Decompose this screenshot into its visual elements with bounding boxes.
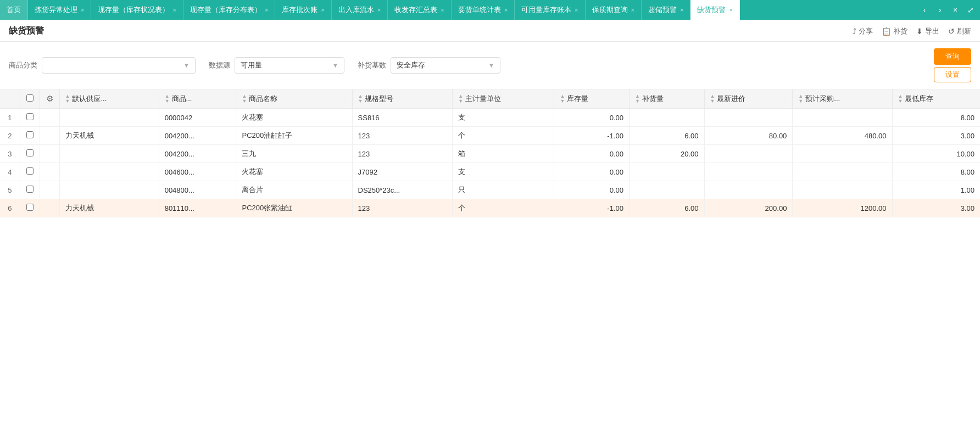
th-name-sort-icon[interactable]: ▲▼ — [242, 94, 247, 104]
datasource-select-arrow: ▼ — [332, 62, 338, 69]
nav-tab-home[interactable]: 首页 — [0, 0, 28, 20]
cell-name: 三九 — [236, 145, 352, 163]
table-row: 3 004200... 三九 123 箱 0.00 20.00 10.00 — [0, 145, 980, 163]
nav-tab-5-label: 出入库流水 — [338, 5, 374, 15]
cell-checkbox[interactable] — [20, 127, 40, 145]
cell-estimate — [793, 109, 892, 127]
cell-spec: SS816 — [352, 109, 453, 127]
nav-tab-2-close[interactable]: × — [172, 7, 176, 13]
select-all-checkbox[interactable] — [26, 94, 34, 102]
cell-checkbox[interactable] — [20, 109, 40, 127]
cell-price — [704, 163, 793, 181]
nav-tab-3-close[interactable]: × — [265, 7, 268, 13]
nav-tab-1-close[interactable]: × — [81, 7, 84, 13]
row-checkbox-4[interactable] — [26, 186, 34, 193]
cell-checkbox[interactable] — [20, 163, 40, 181]
search-button[interactable]: 查询 — [934, 48, 971, 65]
cell-price: 200.00 — [704, 199, 793, 217]
th-spec: ▲▼ 规格型号 — [352, 89, 453, 109]
cell-restock — [629, 109, 704, 127]
th-minstock-sort-icon[interactable]: ▲▼ — [898, 94, 903, 104]
th-unit: ▲▼ 主计量单位 — [453, 89, 554, 109]
cell-stock: 0.00 — [554, 181, 630, 199]
th-supplier-sort-icon[interactable]: ▲▼ — [65, 94, 70, 104]
th-name: ▲▼ 商品名称 — [236, 89, 352, 109]
category-select[interactable]: ▼ — [42, 57, 196, 74]
nav-tab-7-close[interactable]: × — [504, 7, 508, 13]
cell-stock: -1.00 — [554, 199, 630, 217]
nav-tab-6-label: 收发存汇总表 — [394, 5, 437, 15]
nav-tab-9[interactable]: 保质期查询 × — [586, 0, 642, 20]
nav-tab-10[interactable]: 超储预警 × — [642, 0, 691, 20]
nav-tab-3[interactable]: 现存量（库存分布表） × — [183, 0, 275, 20]
cell-unit: 个 — [453, 199, 554, 217]
cell-stock: 0.00 — [554, 109, 630, 127]
nav-tab-8[interactable]: 可用量库存账本 × — [515, 0, 585, 20]
cell-checkbox[interactable] — [20, 199, 40, 217]
refresh-icon: ↺ — [948, 27, 955, 36]
nav-tab-10-close[interactable]: × — [680, 7, 683, 13]
nav-tab-11[interactable]: 缺货预警 × — [691, 0, 739, 20]
th-estimate-sort-icon[interactable]: ▲▼ — [798, 94, 803, 104]
cell-estimate — [793, 181, 892, 199]
datasource-filter-group: 数据源 可用量 ▼ — [209, 57, 344, 74]
nav-tab-9-close[interactable]: × — [631, 7, 634, 13]
nav-tab-6-close[interactable]: × — [441, 7, 444, 13]
basis-select-value: 安全库存 — [397, 60, 486, 70]
th-price-sort-icon[interactable]: ▲▼ — [710, 94, 715, 104]
nav-next-button[interactable]: › — [933, 3, 947, 17]
cell-name: 火花塞 — [236, 109, 352, 127]
nav-tab-7[interactable]: 要货单统计表 × — [452, 0, 515, 20]
refresh-button[interactable]: ↺ 刷新 — [948, 26, 971, 36]
nav-tab-4[interactable]: 库存批次账 × — [275, 0, 331, 20]
restock-button[interactable]: 📋 补货 — [882, 26, 907, 36]
datasource-select[interactable]: 可用量 ▼ — [235, 57, 344, 74]
cell-checkbox[interactable] — [20, 145, 40, 163]
cell-estimate — [793, 145, 892, 163]
share-button[interactable]: ⤴ 分享 — [853, 26, 873, 36]
nav-tab-8-close[interactable]: × — [575, 7, 578, 13]
header-actions: ⤴ 分享 📋 补货 ⬇ 导出 ↺ 刷新 — [853, 26, 971, 36]
row-checkbox-2[interactable] — [26, 149, 34, 156]
cell-settings — [40, 181, 59, 199]
th-spec-sort-icon[interactable]: ▲▼ — [358, 94, 363, 104]
th-restock-sort-icon[interactable]: ▲▼ — [635, 94, 640, 104]
nav-tab-10-label: 超储预警 — [648, 5, 677, 15]
cell-code: 004200... — [159, 127, 236, 145]
nav-tab-4-close[interactable]: × — [321, 7, 324, 13]
row-checkbox-5[interactable] — [26, 204, 34, 211]
th-code-sort-icon[interactable]: ▲▼ — [165, 94, 170, 104]
nav-tab-6[interactable]: 收发存汇总表 × — [388, 0, 451, 20]
basis-select[interactable]: 安全库存 ▼ — [391, 57, 500, 74]
cell-settings — [40, 145, 59, 163]
row-checkbox-0[interactable] — [26, 113, 34, 120]
table-row: 4 004600... 火花塞 J7092 支 0.00 8.00 — [0, 163, 980, 181]
column-settings-icon[interactable]: ⚙ — [46, 94, 53, 103]
nav-tab-11-close[interactable]: × — [729, 7, 732, 13]
nav-tab-5[interactable]: 出入库流水 × — [332, 0, 388, 20]
th-settings: ⚙ — [40, 89, 59, 109]
nav-tab-2[interactable]: 现存量（库存状况表） × — [91, 0, 183, 20]
nav-prev-button[interactable]: ‹ — [917, 3, 932, 17]
cell-estimate: 480.00 — [793, 127, 892, 145]
th-minstock: ▲▼ 最低库存 — [892, 89, 980, 109]
cell-spec: DS250*23c... — [352, 181, 453, 199]
category-label: 商品分类 — [9, 60, 37, 70]
cell-code: 0000042 — [159, 109, 236, 127]
cell-checkbox[interactable] — [20, 181, 40, 199]
nav-close-button[interactable]: × — [948, 3, 962, 17]
nav-tab-1[interactable]: 拣货异常处理 × — [28, 0, 91, 20]
nav-fullscreen-button[interactable]: ⤢ — [964, 3, 978, 17]
th-unit-sort-icon[interactable]: ▲▼ — [458, 94, 463, 104]
table-header-row: ⚙ ▲▼ 默认供应... ▲▼ — [0, 89, 980, 109]
cell-unit: 支 — [453, 109, 554, 127]
th-stock-sort-icon[interactable]: ▲▼ — [560, 94, 565, 104]
cell-supplier — [59, 181, 159, 199]
basis-label: 补货基数 — [358, 60, 386, 70]
settings-button[interactable]: 设置 — [934, 67, 971, 82]
table-container: ⚙ ▲▼ 默认供应... ▲▼ — [0, 89, 980, 217]
row-checkbox-1[interactable] — [26, 131, 34, 138]
export-button[interactable]: ⬇ 导出 — [916, 26, 939, 36]
row-checkbox-3[interactable] — [26, 167, 34, 175]
nav-tab-5-close[interactable]: × — [377, 7, 381, 13]
